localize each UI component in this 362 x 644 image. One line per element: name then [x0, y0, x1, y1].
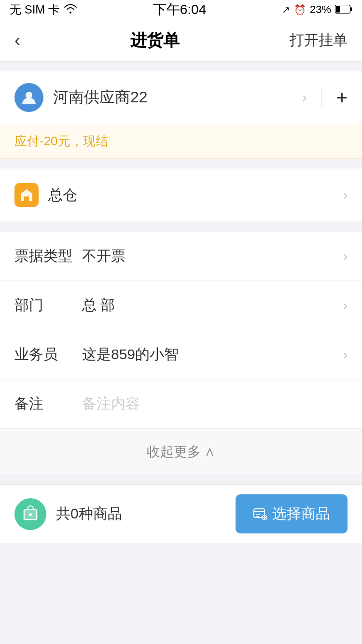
svg-point-7 — [29, 513, 32, 516]
department-chevron-icon: › — [343, 298, 348, 313]
remark-label: 备注 — [14, 394, 82, 414]
svg-rect-1 — [350, 7, 352, 11]
supplier-notice-text: 应付-20元，现结 — [14, 134, 108, 148]
warehouse-card: 总仓 › — [0, 168, 362, 222]
section-gap-2 — [0, 159, 362, 168]
salesperson-label: 业务员 — [14, 345, 82, 364]
battery-icon — [335, 3, 352, 16]
salesperson-value: 这是859的小智 — [82, 345, 343, 364]
wifi-icon — [64, 3, 77, 16]
remark-placeholder: 备注内容 — [82, 394, 348, 414]
invoice-type-chevron-icon: › — [343, 249, 348, 264]
invoice-type-value: 不开票 — [82, 246, 343, 266]
svg-rect-2 — [336, 6, 340, 13]
battery-text: 23% — [310, 3, 331, 16]
invoice-type-label: 票据类型 — [14, 246, 82, 266]
supplier-avatar — [14, 83, 43, 112]
location-icon: ↗ — [282, 4, 290, 15]
page-content: 河南供应商22 › + 应付-20元，现结 总仓 › — [0, 62, 362, 644]
section-gap-3 — [0, 222, 362, 232]
product-bar-icon — [14, 498, 46, 530]
nav-bar: ‹ 进货单 打开挂单 — [0, 19, 362, 62]
warehouse-chevron-icon: › — [343, 187, 348, 203]
page-title: 进货单 — [130, 29, 180, 52]
department-row[interactable]: 部门 总 部 › — [0, 281, 362, 330]
svg-rect-4 — [24, 196, 29, 202]
invoice-type-row[interactable]: 票据类型 不开票 › — [0, 232, 362, 281]
product-count-label: 共0种商品 — [56, 504, 236, 524]
warehouse-icon-bg — [14, 183, 39, 207]
select-product-label: 选择商品 — [272, 504, 330, 524]
product-bar: 共0种商品 选择商品 — [0, 484, 362, 543]
salesperson-row[interactable]: 业务员 这是859的小智 › — [0, 330, 362, 379]
alarm-icon: ⏰ — [294, 4, 306, 15]
supplier-notice-banner: 应付-20元，现结 — [0, 124, 362, 159]
back-button[interactable]: ‹ — [14, 30, 20, 51]
supplier-name: 河南供应商22 — [53, 87, 302, 108]
form-card: 票据类型 不开票 › 部门 总 部 › 业务员 这是859的小智 › 备注 备注… — [0, 232, 362, 475]
vertical-divider — [321, 88, 322, 107]
collapse-label: 收起更多 ∧ — [147, 444, 216, 459]
section-gap-4 — [0, 475, 362, 484]
section-gap-1 — [0, 62, 362, 71]
status-bar: 无 SIM 卡 下午6:04 ↗ ⏰ 23% — [0, 0, 362, 19]
supplier-chevron-icon: › — [302, 90, 306, 105]
salesperson-chevron-icon: › — [343, 347, 348, 363]
department-value: 总 部 — [82, 295, 343, 315]
warehouse-row[interactable]: 总仓 › — [0, 168, 362, 222]
collapse-row[interactable]: 收起更多 ∧ — [0, 429, 362, 475]
open-pending-button[interactable]: 打开挂单 — [290, 30, 348, 50]
department-label: 部门 — [14, 295, 82, 315]
carrier-text: 无 SIM 卡 — [10, 2, 60, 17]
supplier-card: 河南供应商22 › + 应付-20元，现结 — [0, 71, 362, 159]
status-time: 下午6:04 — [153, 0, 207, 19]
remark-row[interactable]: 备注 备注内容 — [0, 379, 362, 429]
warehouse-label: 总仓 — [48, 185, 343, 205]
select-product-button[interactable]: 选择商品 — [236, 494, 348, 533]
status-right: ↗ ⏰ 23% — [282, 3, 352, 16]
supplier-row[interactable]: 河南供应商22 › + — [0, 71, 362, 124]
status-left: 无 SIM 卡 — [10, 2, 77, 17]
svg-point-3 — [26, 92, 32, 98]
add-supplier-button[interactable]: + — [336, 87, 348, 109]
